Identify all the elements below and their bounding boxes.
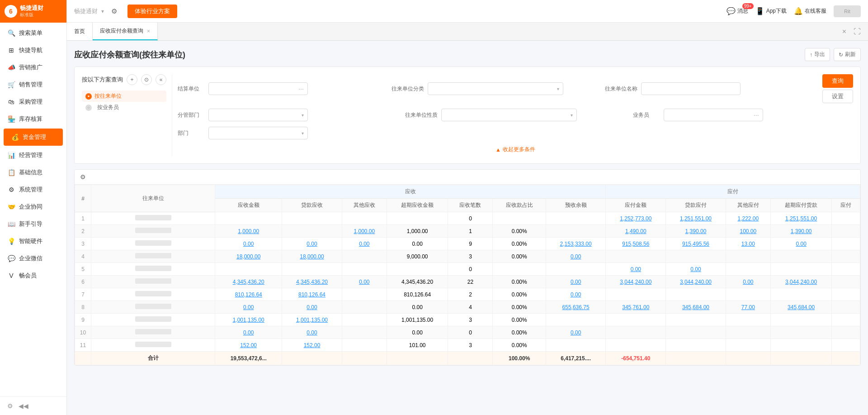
filter-collapse-button[interactable]: «	[156, 74, 166, 85]
tab-home[interactable]: 首页	[67, 23, 93, 40]
cell-r7-c12[interactable]: 345,684.00	[770, 301, 832, 314]
topbar-cta-button[interactable]: 体验行业方案	[127, 5, 177, 18]
cell-r0-c12[interactable]: 1,251,551.00	[770, 212, 832, 225]
set-button[interactable]: 设置	[822, 90, 853, 103]
sidebar-item-企业协同[interactable]: 🤝 企业协同	[0, 198, 66, 215]
cell-r9-c3[interactable]: 0.00	[282, 326, 342, 339]
cell-r8-c3[interactable]: 1,001,135.00	[282, 314, 342, 326]
topbar-user[interactable]: Rit	[834, 5, 861, 17]
cell-r10-c2[interactable]: 152.00	[215, 339, 282, 352]
cell-r8-c2[interactable]: 1,001,135.00	[215, 314, 282, 326]
cell-r5-c12[interactable]: 3,044,240.00	[770, 276, 832, 288]
cell-r7-c11[interactable]: 77.00	[726, 301, 770, 314]
sidebar-item-营销推广[interactable]: 📣 营销推广	[0, 59, 66, 76]
footer-cell-3	[282, 352, 342, 365]
topbar-message-button[interactable]: 💬 消息 99+	[726, 7, 748, 15]
filter-scheme-by-salesman[interactable]: ○ 按业务员	[82, 102, 166, 113]
topbar-gear-icon[interactable]: ⚙	[108, 5, 120, 18]
settings-icon[interactable]: ⚙	[7, 402, 13, 410]
cell-r9-c2[interactable]: 0.00	[215, 326, 282, 339]
cell-r5-c3[interactable]: 4,345,436.20	[282, 276, 342, 288]
table-settings-icon[interactable]: ⚙	[80, 173, 86, 181]
sidebar-item-新手引导[interactable]: 📖 新手引导	[0, 215, 66, 233]
cell-r7-c2[interactable]: 0.00	[215, 301, 282, 314]
filter-scheme-by-partner[interactable]: ● 按往来单位	[82, 91, 166, 102]
cell-r3-c8[interactable]: 0.00	[546, 250, 606, 263]
cell-r1-c10[interactable]: 1,390.00	[666, 225, 726, 238]
sidebar-item-畅会员[interactable]: V 畅会员	[0, 267, 66, 284]
cell-r7-c10[interactable]: 345,684.00	[666, 301, 726, 314]
cell-r3-c2[interactable]: 18,000.00	[215, 250, 282, 263]
sidebar-item-销售管理[interactable]: 🛒 销售管理	[0, 76, 66, 93]
sidebar-item-经营管理[interactable]: 📊 经营管理	[0, 147, 66, 164]
sidebar-item-采购管理[interactable]: 🛍 采购管理	[0, 93, 66, 110]
window-close-icon[interactable]: ×	[839, 28, 850, 36]
cell-r0-c10[interactable]: 1,251,551.00	[666, 212, 726, 225]
collapse-icon[interactable]: ◀◀	[19, 402, 28, 410]
sidebar-item-系统管理[interactable]: ⚙ 系统管理	[0, 181, 66, 198]
filter-add-button[interactable]: +	[127, 74, 137, 85]
cell-r2-c3[interactable]: 0.00	[282, 238, 342, 250]
cell-r10-c10	[666, 339, 726, 352]
cell-r6-c3[interactable]: 810,126.64	[282, 288, 342, 301]
cell-r7-c8[interactable]: 655,636.75	[546, 301, 606, 314]
sidebar-item-搜索菜单[interactable]: 🔍 搜索菜单	[0, 24, 66, 42]
salesman-input[interactable]: ···	[664, 109, 763, 121]
topbar-online-service[interactable]: 🔔 在线客服	[794, 7, 826, 15]
query-button[interactable]: 查询	[822, 74, 853, 88]
cell-r2-c7: 0.00%	[493, 238, 546, 250]
sidebar-item-基础信息[interactable]: 📋 基础信息	[0, 164, 66, 181]
cell-r5-c11[interactable]: 0.00	[726, 276, 770, 288]
export-button[interactable]: ↑ 导出	[805, 48, 830, 61]
cell-r5-c8[interactable]: 0.00	[546, 276, 606, 288]
cell-r0-c9[interactable]: 1,252,773.00	[606, 212, 666, 225]
cell-r2-c10[interactable]: 915,495.56	[666, 238, 726, 250]
cell-r5-c9[interactable]: 3,044,240.00	[606, 276, 666, 288]
cell-r1-c2[interactable]: 1,000.00	[215, 225, 282, 238]
collapse-more-button[interactable]: ▲ 收起更多条件	[178, 143, 853, 156]
partner-name-input[interactable]	[641, 82, 741, 95]
sidebar-item-资金管理[interactable]: 💰 资金管理	[4, 129, 63, 146]
cell-r5-c10[interactable]: 3,044,240.00	[666, 276, 726, 288]
refresh-button[interactable]: ↻ 刷新	[834, 48, 861, 61]
cell-r2-c2[interactable]: 0.00	[215, 238, 282, 250]
cell-r10-c3[interactable]: 152.00	[282, 339, 342, 352]
cell-r1-c9[interactable]: 1,490.00	[606, 225, 666, 238]
topbar-chevron-icon[interactable]: ▾	[101, 8, 104, 14]
sidebar-item-智能硬件[interactable]: 💡 智能硬件	[0, 233, 66, 250]
department-select[interactable]: ▾	[208, 109, 308, 121]
cell-r2-c8[interactable]: 2,153,333.00	[546, 238, 606, 250]
tab-receivable-query[interactable]: 应收应付余额查询 ×	[93, 23, 158, 40]
filter-row-2: 分管部门 ▾ 往来单位性质 ▾	[178, 109, 853, 121]
cell-r9-c8[interactable]: 0.00	[546, 326, 606, 339]
cell-r4-c9[interactable]: 0.00	[606, 263, 666, 276]
cell-r2-c4[interactable]: 0.00	[342, 238, 387, 250]
settlement-unit-input[interactable]: ···	[208, 82, 308, 95]
cell-r5-c4[interactable]: 0.00	[342, 276, 387, 288]
cell-r1-c4[interactable]: 1,000.00	[342, 225, 387, 238]
cell-r4-c10[interactable]: 0.00	[666, 263, 726, 276]
partner-category-select[interactable]: ▾	[428, 82, 563, 95]
window-maximize-icon[interactable]: ⛶	[850, 28, 864, 36]
cell-r2-c12[interactable]: 0.00	[770, 238, 832, 250]
cell-r6-c8[interactable]: 0.00	[546, 288, 606, 301]
sidebar-item-库存核算[interactable]: 🏪 库存核算	[0, 110, 66, 128]
filter-row-1: 结算单位 ··· 往来单位分类 ▾	[178, 74, 853, 103]
cell-r1-c11[interactable]: 100.00	[726, 225, 770, 238]
sidebar-item-快捷导航[interactable]: ⊞ 快捷导航	[0, 42, 66, 59]
cell-r5-c2[interactable]: 4,345,436.20	[215, 276, 282, 288]
tab-close-icon[interactable]: ×	[147, 28, 150, 34]
topbar-app-download[interactable]: 📱 App下载	[755, 7, 787, 15]
partner-nature-select[interactable]: ▾	[441, 109, 577, 121]
cell-r2-c11[interactable]: 13.00	[726, 238, 770, 250]
sidebar-item-企业微信[interactable]: 💬 企业微信	[0, 250, 66, 267]
cell-r1-c12[interactable]: 1,390.00	[770, 225, 832, 238]
dept-select[interactable]: ▾	[208, 127, 308, 139]
cell-r2-c9[interactable]: 915,508.56	[606, 238, 666, 250]
filter-setting-button[interactable]: ⊙	[141, 74, 152, 85]
cell-r6-c2[interactable]: 810,126.64	[215, 288, 282, 301]
cell-r3-c3[interactable]: 18,000.00	[282, 250, 342, 263]
cell-r7-c3[interactable]: 0.00	[282, 301, 342, 314]
cell-r7-c9[interactable]: 345,761.00	[606, 301, 666, 314]
cell-r0-c11[interactable]: 1,222.00	[726, 212, 770, 225]
